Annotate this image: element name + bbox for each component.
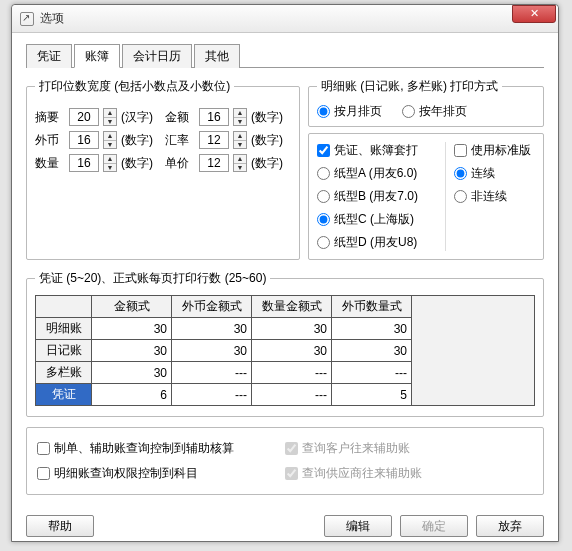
fc-label: 外币 [35, 132, 65, 149]
paper-d-radio[interactable]: 纸型D (用友U8) [317, 234, 439, 251]
paper-b-radio[interactable]: 纸型B (用友7.0) [317, 188, 439, 205]
detail-perm-check[interactable]: 明细账查询权限控制到科目 [37, 465, 285, 482]
noncontinuous-radio[interactable]: 非连续 [454, 188, 535, 205]
rows-per-page-group: 凭证 (5~20)、正式账每页打印行数 (25~60) 金额式 外币金额式 数量… [26, 270, 544, 417]
fc-input[interactable] [69, 131, 99, 149]
fc-spinner[interactable]: ▲▼ [103, 131, 117, 149]
customer-aux-check: 查询客户往来辅助账 [285, 440, 533, 457]
use-standard-check[interactable]: 使用标准版 [454, 142, 535, 159]
preprinted-check[interactable]: 凭证、账簿套打 [317, 142, 439, 159]
aux-control-check[interactable]: 制单、辅助账查询控制到辅助核算 [37, 440, 285, 457]
print-width-legend: 打印位数宽度 (包括小数点及小数位) [35, 78, 234, 95]
price-spinner[interactable]: ▲▼ [233, 154, 247, 172]
edit-button[interactable]: 编辑 [324, 515, 392, 537]
amount-label: 金额 [165, 109, 195, 126]
row-journal: 日记账 [36, 340, 92, 362]
vendor-aux-check: 查询供应商往来辅助账 [285, 465, 533, 482]
tab-other[interactable]: 其他 [194, 44, 240, 68]
paper-group: 凭证、账簿套打 纸型A (用友6.0) 纸型B (用友7.0) 纸型C (上海版… [308, 133, 544, 260]
qty-input[interactable] [69, 154, 99, 172]
price-label: 单价 [165, 155, 195, 172]
col-qty-amount: 数量金额式 [252, 296, 332, 318]
cancel-button[interactable]: 放弃 [476, 515, 544, 537]
continuous-radio[interactable]: 连续 [454, 165, 535, 182]
tabs: 凭证 账簿 会计日历 其他 [26, 43, 544, 68]
by-year-radio[interactable]: 按年排页 [402, 103, 467, 120]
summary-spinner[interactable]: ▲▼ [103, 108, 117, 126]
print-width-group: 打印位数宽度 (包括小数点及小数位) 摘要 ▲▼ (汉字) 金额 ▲▼ (数字)… [26, 78, 300, 260]
col-amount: 金额式 [92, 296, 172, 318]
rows-table[interactable]: 金额式 外币金额式 数量金额式 外币数量式 明细账 30 30 30 30 日记… [35, 295, 535, 406]
tab-voucher[interactable]: 凭证 [26, 44, 72, 68]
col-fc-amount: 外币金额式 [172, 296, 252, 318]
options-dialog: 选项 ✕ 凭证 账簿 会计日历 其他 打印位数宽度 (包括小数点及小数位) 摘要… [11, 4, 559, 542]
corner-cell [36, 296, 92, 318]
app-icon [20, 12, 34, 26]
ok-button: 确定 [400, 515, 468, 537]
help-button[interactable]: 帮助 [26, 515, 94, 537]
rate-spinner[interactable]: ▲▼ [233, 131, 247, 149]
content-area: 凭证 账簿 会计日历 其他 打印位数宽度 (包括小数点及小数位) 摘要 ▲▼ (… [12, 33, 558, 507]
col-fc-qty: 外币数量式 [332, 296, 412, 318]
paper-c-radio[interactable]: 纸型C (上海版) [317, 211, 439, 228]
qty-unit: (数字) [121, 155, 161, 172]
rows-per-page-legend: 凭证 (5~20)、正式账每页打印行数 (25~60) [35, 270, 270, 287]
table-gutter [412, 296, 535, 406]
row-voucher: 凭证 [36, 384, 92, 406]
detail-print-group: 明细账 (日记账, 多栏账) 打印方式 按月排页 按年排页 [308, 78, 544, 127]
rate-label: 汇率 [165, 132, 195, 149]
rate-unit: (数字) [251, 132, 291, 149]
amount-spinner[interactable]: ▲▼ [233, 108, 247, 126]
fc-unit: (数字) [121, 132, 161, 149]
amount-unit: (数字) [251, 109, 291, 126]
tab-books[interactable]: 账簿 [74, 44, 120, 68]
paper-a-radio[interactable]: 纸型A (用友6.0) [317, 165, 439, 182]
summary-label: 摘要 [35, 109, 65, 126]
titlebar: 选项 ✕ [12, 5, 558, 33]
row-multi: 多栏账 [36, 362, 92, 384]
price-input[interactable] [199, 154, 229, 172]
amount-input[interactable] [199, 108, 229, 126]
qty-label: 数量 [35, 155, 65, 172]
window-title: 选项 [40, 10, 64, 27]
close-button[interactable]: ✕ [512, 5, 556, 23]
row-detail: 明细账 [36, 318, 92, 340]
query-options-group: 制单、辅助账查询控制到辅助核算 明细账查询权限控制到科目 查询客户往来辅助账 查… [26, 427, 544, 495]
summary-unit: (汉字) [121, 109, 161, 126]
by-month-radio[interactable]: 按月排页 [317, 103, 382, 120]
qty-spinner[interactable]: ▲▼ [103, 154, 117, 172]
summary-input[interactable] [69, 108, 99, 126]
footer: 帮助 编辑 确定 放弃 [12, 507, 558, 545]
rate-input[interactable] [199, 131, 229, 149]
price-unit: (数字) [251, 155, 291, 172]
tab-calendar[interactable]: 会计日历 [122, 44, 192, 68]
detail-print-legend: 明细账 (日记账, 多栏账) 打印方式 [317, 78, 502, 95]
